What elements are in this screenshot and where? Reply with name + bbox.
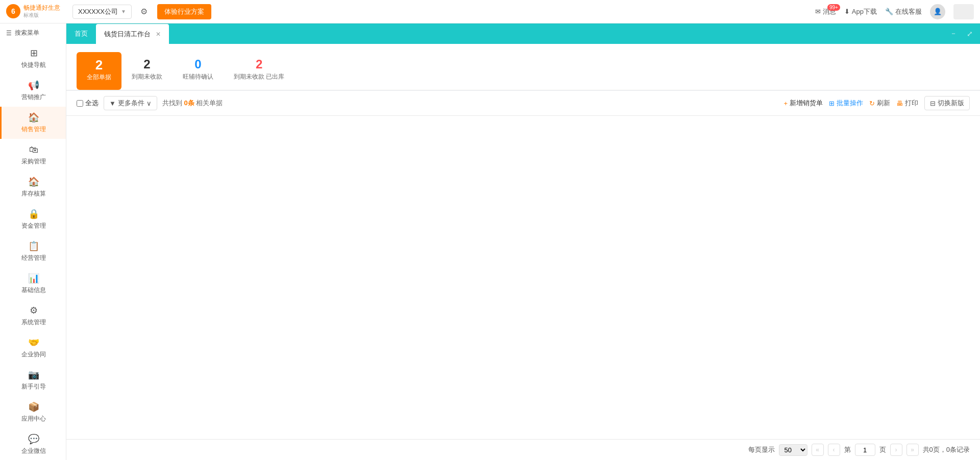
content-area: 首页 钱货日清工作台 ✕ － ⤢ 2 全部单据 2 到期未收款: [66, 23, 980, 460]
sidebar-item-app-center[interactable]: 📦 应用中心: [0, 396, 66, 428]
stat-card-pending[interactable]: 0 旺辅待确认: [175, 52, 226, 90]
user-name-area: [953, 4, 974, 19]
refresh-button[interactable]: ↻ 刷新: [869, 99, 890, 108]
sidebar-item-inventory[interactable]: 🏠 库存核算: [0, 171, 66, 203]
sidebar-item-quick-nav[interactable]: ⊞ 快捷导航: [0, 42, 66, 75]
toolbar: 全选 ▼ 更多条件 ∨ 共找到 0条 相关单据 +: [66, 91, 980, 116]
stat-card-overdue[interactable]: 2 到期未收款: [121, 52, 175, 90]
sales-icon: 🏠: [28, 112, 39, 123]
print-button[interactable]: 🖶 打印: [896, 99, 918, 108]
new-sale-button[interactable]: + 新增销货单: [783, 99, 823, 108]
online-service-item[interactable]: 🔧 在线客服: [885, 7, 922, 16]
app-download-item[interactable]: ⬇ App下载: [844, 7, 877, 16]
search-menu-label: 搜索菜单: [15, 29, 39, 37]
sidebar-item-system[interactable]: ⚙ 系统管理: [0, 300, 66, 332]
sidebar-item-guide[interactable]: 📷 新手引导: [0, 364, 66, 396]
sidebar-item-label: 系统管理: [21, 318, 46, 327]
inventory-icon: 🏠: [28, 176, 39, 187]
sidebar-item-basic-info[interactable]: 📊 基础信息: [0, 268, 66, 300]
tab-home[interactable]: 首页: [66, 23, 96, 44]
page-label-suffix: 页: [879, 445, 886, 454]
stat-card-overdue-out[interactable]: 2 到期未收款 已出库: [226, 52, 297, 90]
first-page-button[interactable]: «: [812, 444, 824, 456]
tab-minimize-icon[interactable]: －: [947, 28, 960, 40]
download-icon: ⬇: [844, 8, 850, 15]
switch-version-button[interactable]: ⊟ 切换新版: [924, 96, 970, 110]
batch-op-button[interactable]: ⊞ 批量操作: [829, 99, 863, 108]
next-page-icon: ›: [895, 446, 897, 453]
trial-button[interactable]: 体验行业方案: [157, 4, 211, 19]
more-filter-button[interactable]: ▼ 更多条件 ∨: [104, 96, 157, 110]
stat-overdue-out-label: 到期未收款 已出库: [234, 72, 284, 81]
message-item[interactable]: ✉ 消息 99+: [815, 7, 836, 16]
stat-pending-num: 0: [183, 57, 213, 71]
next-page-button[interactable]: ›: [890, 444, 902, 456]
more-filter-label: 更多条件: [118, 99, 144, 108]
wechat-icon: 💬: [28, 433, 39, 445]
last-page-button[interactable]: »: [906, 444, 919, 456]
page-number-input[interactable]: [855, 444, 875, 456]
sidebar-item-label: 企业微信: [21, 447, 46, 455]
print-icon: 🖶: [896, 100, 903, 107]
tab-home-label: 首页: [75, 29, 88, 38]
toolbar-left: 全选 ▼ 更多条件 ∨ 共找到 0条 相关单据: [77, 96, 778, 110]
operation-icon: 📋: [28, 240, 39, 252]
stat-overdue-out-num: 2: [234, 57, 284, 71]
sidebar-item-label: 库存核算: [21, 189, 46, 198]
settings-icon[interactable]: ⚙: [136, 4, 152, 20]
message-icon: ✉: [815, 8, 821, 15]
print-label: 打印: [905, 99, 918, 108]
tab-work-bench[interactable]: 钱货日清工作台 ✕: [96, 24, 169, 44]
company-selector[interactable]: XXXXXX公司 ▼: [72, 5, 132, 19]
refresh-label: 刷新: [877, 99, 890, 108]
stat-all-label: 全部单据: [87, 73, 111, 82]
sidebar-item-marketing[interactable]: 📢 营销推广: [0, 75, 66, 107]
top-header: 6 畅捷通好生意 标准版 XXXXXX公司 ▼ ⚙ 体验行业方案 ✉ 消息 99…: [0, 0, 980, 23]
stat-card-all[interactable]: 2 全部单据: [77, 52, 121, 90]
chevron-down-filter-icon: ∨: [146, 100, 152, 107]
select-all-checkbox[interactable]: 全选: [77, 99, 99, 108]
refresh-icon: ↻: [869, 100, 875, 107]
stat-pending-label: 旺辅待确认: [183, 72, 213, 81]
finance-icon: 🔒: [28, 208, 39, 220]
chevron-down-icon: ▼: [121, 9, 126, 14]
sidebar-item-operation[interactable]: 📋 经营管理: [0, 235, 66, 268]
app-center-icon: 📦: [28, 401, 39, 413]
prev-page-button[interactable]: ‹: [828, 444, 840, 456]
sidebar-item-finance[interactable]: 🔒 资金管理: [0, 203, 66, 235]
page-content: 2 全部单据 2 到期未收款 0 旺辅待确认 2 到期未收款 已出库: [66, 44, 980, 460]
prev-page-icon: ‹: [833, 446, 835, 453]
sidebar-item-label: 快捷导航: [21, 61, 46, 69]
tab-work-bench-label: 钱货日清工作台: [104, 30, 151, 39]
system-icon: ⚙: [28, 305, 39, 316]
avatar[interactable]: 👤: [930, 4, 945, 19]
plus-icon: +: [783, 100, 788, 107]
enterprise-icon: 🤝: [28, 337, 39, 348]
sidebar-item-wechat[interactable]: 💬 企业微信: [0, 428, 66, 460]
company-name: XXXXXX公司: [78, 7, 118, 16]
new-sale-label: 新增销货单: [790, 99, 823, 108]
sidebar-item-label: 营销推广: [21, 93, 46, 102]
sidebar-item-sales[interactable]: 🏠 销售管理: [0, 107, 66, 139]
batch-op-label: 批量操作: [837, 99, 863, 108]
tab-bar: 首页 钱货日清工作台 ✕ － ⤢: [66, 23, 980, 44]
message-badge: 99+: [827, 4, 840, 11]
result-text: 共找到 0条 相关单据: [162, 99, 223, 108]
page-size-select[interactable]: 50 10 20 100: [779, 444, 807, 456]
stat-overdue-num: 2: [132, 57, 162, 71]
quick-nav-icon: ⊞: [28, 47, 39, 59]
tab-close-icon[interactable]: ✕: [156, 31, 161, 38]
purchase-icon: 🛍: [28, 144, 39, 155]
first-page-icon: «: [816, 446, 819, 453]
sidebar-item-label: 资金管理: [21, 222, 46, 230]
sidebar-item-label: 企业协同: [21, 350, 46, 359]
search-menu-item[interactable]: ☰ 搜索菜单: [0, 23, 66, 42]
sidebar-item-label: 新手引导: [21, 382, 46, 391]
sidebar-item-label: 经营管理: [21, 254, 46, 262]
stat-all-num: 2: [87, 57, 111, 73]
tab-maximize-icon[interactable]: ⤢: [964, 28, 976, 40]
sidebar-item-enterprise[interactable]: 🤝 企业协同: [0, 332, 66, 364]
batch-icon: ⊞: [829, 100, 835, 107]
sidebar-item-purchase[interactable]: 🛍 采购管理: [0, 139, 66, 171]
select-all-input[interactable]: [77, 100, 83, 107]
